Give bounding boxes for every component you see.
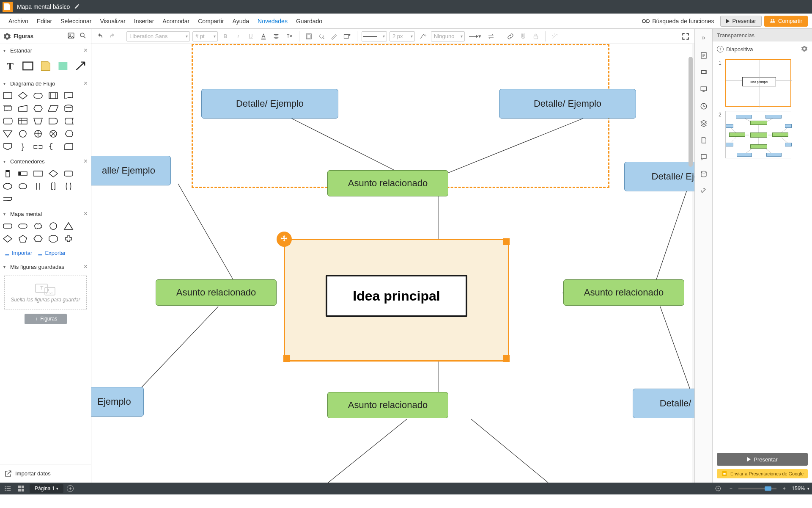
fullscreen-button[interactable] — [680, 31, 691, 41]
section-standard[interactable]: ▾Estándar× — [0, 44, 91, 57]
rail-notes-icon[interactable] — [699, 51, 708, 60]
undo-button[interactable] — [95, 31, 105, 41]
section-mindmap[interactable]: ▾Mapa mental× — [0, 207, 91, 220]
font-family-select[interactable]: Liberation Sans — [126, 31, 190, 41]
zoom-in-icon[interactable]: + — [779, 484, 789, 493]
menu-acomodar[interactable]: Acomodar — [158, 16, 194, 26]
fc-data[interactable] — [48, 104, 58, 113]
border-color-button[interactable] — [329, 31, 339, 41]
outline-view-icon[interactable] — [3, 484, 13, 493]
shape-text[interactable]: T — [4, 60, 16, 72]
magnet-button[interactable] — [518, 31, 528, 41]
fc-bracer[interactable]: ⊏⊐ — [33, 142, 43, 151]
ct-10[interactable] — [63, 182, 74, 190]
line-width-select[interactable]: 2 px — [390, 31, 415, 41]
mm-10[interactable] — [63, 235, 74, 243]
mm-9[interactable] — [48, 235, 58, 243]
section-saved[interactable]: ▾Mis figuras guardadas× — [0, 260, 91, 273]
fc-process[interactable] — [3, 91, 13, 100]
clear-format-button[interactable]: T — [284, 31, 295, 41]
menu-insertar[interactable]: Insertar — [130, 16, 158, 26]
section-flowchart[interactable]: ▾Diagrama de Flujo× — [0, 77, 91, 90]
shape-options-button[interactable] — [342, 31, 353, 41]
node-subject-top[interactable]: Asunto relacionado — [327, 170, 448, 196]
export-link[interactable]: Exportar — [37, 250, 66, 256]
fc-predef[interactable] — [48, 91, 58, 100]
node-subject-left[interactable]: Asunto relacionado — [156, 279, 277, 306]
magic-button[interactable] — [550, 31, 560, 41]
mm-4[interactable] — [48, 222, 58, 230]
fc-bracel[interactable]: } — [18, 142, 28, 151]
bold-button[interactable]: B — [220, 31, 230, 41]
shape-block[interactable] — [57, 60, 69, 72]
slides-settings-icon[interactable] — [801, 45, 808, 53]
send-to-google-button[interactable]: Enviar a Presentaciones de Google — [717, 469, 808, 478]
add-shapes-button[interactable]: ＋ Figuras — [25, 314, 67, 324]
rail-slides-icon[interactable] — [699, 68, 708, 77]
ct-6[interactable] — [3, 182, 13, 190]
function-search[interactable]: Búsqueda de funciones — [642, 18, 714, 25]
canvas[interactable]: Detalle/ Ejemplo Detalle/ Ejemplo alle/ … — [91, 44, 694, 483]
app-logo[interactable] — [3, 2, 13, 12]
fc-manualop[interactable] — [33, 117, 43, 125]
fc-storeddata[interactable] — [63, 117, 74, 125]
fc-database[interactable] — [63, 104, 74, 113]
rail-history-icon[interactable] — [699, 102, 708, 111]
italic-button[interactable]: I — [233, 31, 243, 41]
node-subject-right[interactable]: Asunto relacionado — [563, 279, 684, 306]
fc-decision[interactable] — [18, 91, 28, 100]
canvas-scrollbar-v[interactable] — [689, 44, 694, 483]
zoom-slider[interactable] — [738, 488, 776, 489]
saved-shapes-dropzone[interactable]: T Suelta las figuras para guardar — [4, 276, 87, 309]
section-containers-close[interactable]: × — [84, 157, 88, 165]
shape-note[interactable] — [40, 60, 52, 72]
font-size-select[interactable]: # pt — [192, 31, 218, 41]
align-button[interactable] — [271, 31, 281, 41]
node-detail-top-left[interactable]: Detalle/ Ejemplo — [201, 89, 338, 119]
menu-ayuda[interactable]: Ayuda — [228, 16, 253, 26]
fc-or[interactable] — [33, 130, 43, 138]
fc-note[interactable] — [48, 142, 58, 151]
node-detail-bl-cut[interactable]: Ejemplo — [91, 387, 144, 417]
fc-directdata[interactable] — [3, 117, 13, 125]
section-containers[interactable]: ▾Contenedores× — [0, 155, 91, 168]
import-data-button[interactable]: Importar datos — [0, 464, 91, 483]
section-flowchart-close[interactable]: × — [84, 80, 88, 87]
document-title[interactable]: Mapa mental básico — [17, 3, 70, 10]
section-mindmap-close[interactable]: × — [84, 210, 88, 218]
add-page-icon[interactable]: + — [67, 485, 74, 492]
fc-connector[interactable] — [18, 130, 28, 138]
rail-comments-icon[interactable] — [699, 152, 708, 162]
link-button[interactable] — [505, 31, 516, 41]
fc-card[interactable] — [63, 142, 74, 151]
underline-button[interactable]: U — [246, 31, 256, 41]
ct-2[interactable] — [18, 169, 28, 178]
node-detail-right-cut[interactable]: Detalle/ Ejem — [624, 162, 694, 191]
move-handle-icon[interactable] — [277, 232, 292, 247]
ct-7[interactable] — [18, 182, 28, 190]
menu-compartir[interactable]: Compartir — [194, 16, 228, 26]
import-link[interactable]: Importar — [4, 250, 32, 256]
collapse-rail-icon[interactable]: » — [702, 32, 705, 43]
node-center[interactable]: Idea principal — [326, 275, 467, 317]
fc-internal[interactable] — [18, 117, 28, 125]
fc-multidoc[interactable] — [3, 104, 13, 113]
rail-present-icon[interactable] — [699, 85, 708, 94]
grid-view-icon[interactable] — [16, 484, 26, 493]
section-standard-close[interactable]: × — [84, 47, 88, 54]
menu-visualizar[interactable]: Visualizar — [96, 16, 129, 26]
menu-seleccionar[interactable]: Seleccionar — [56, 16, 96, 26]
ct-8[interactable] — [33, 182, 43, 190]
mm-1[interactable] — [3, 222, 13, 230]
shape-rect[interactable] — [22, 60, 34, 72]
zoom-value[interactable]: 156% — [792, 486, 805, 491]
share-button[interactable]: Compartir — [764, 16, 808, 27]
node-detail-br-cut[interactable]: Detalle/ Eje — [633, 389, 694, 418]
fc-offpage[interactable] — [3, 142, 13, 151]
slides-present-button[interactable]: Presentar — [717, 453, 808, 466]
page-tab[interactable]: Página 1 ▾ — [30, 484, 63, 493]
fc-merge[interactable] — [3, 130, 13, 138]
rail-layers-icon[interactable] — [699, 119, 708, 128]
mm-5[interactable] — [63, 222, 74, 230]
edit-title-icon[interactable] — [74, 3, 80, 11]
